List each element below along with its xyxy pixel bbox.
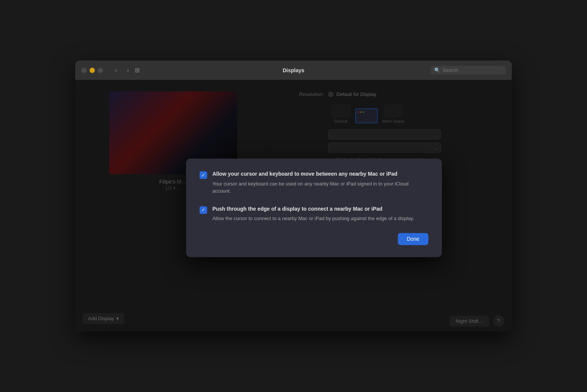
checkmark-icon: ✓ bbox=[201, 173, 205, 178]
traffic-lights bbox=[81, 68, 103, 73]
option1-description: Your cursor and keyboard can be used on … bbox=[212, 180, 428, 195]
option2-checkbox-checked: ✓ bbox=[199, 206, 207, 214]
window-title: Displays bbox=[283, 67, 304, 73]
modal-footer: Done bbox=[199, 233, 428, 245]
modal-option-1: ✓ Allow your cursor and keyboard to move… bbox=[199, 170, 428, 195]
option1-checkbox[interactable]: ✓ bbox=[199, 171, 207, 179]
close-button[interactable] bbox=[81, 68, 87, 73]
checkmark-icon-2: ✓ bbox=[201, 207, 205, 212]
option2-content: Push through the edge of a display to co… bbox=[212, 205, 428, 222]
nav-buttons: ‹ › bbox=[111, 65, 133, 76]
forward-button[interactable]: › bbox=[123, 65, 133, 76]
option2-checkbox[interactable]: ✓ bbox=[199, 206, 207, 214]
option1-title: Allow your cursor and keyboard to move b… bbox=[212, 170, 428, 178]
displays-window: ‹ › ⊞ Displays 🔍 Filipe's M… LG 4… Add D… bbox=[75, 61, 512, 331]
minimize-button[interactable] bbox=[90, 68, 95, 73]
main-content: Filipe's M… LG 4… Add Display ▾ Resoluti… bbox=[75, 80, 512, 331]
option1-checkbox-checked: ✓ bbox=[199, 171, 207, 179]
search-input[interactable] bbox=[443, 67, 502, 73]
done-button[interactable]: Done bbox=[398, 233, 428, 245]
back-button[interactable]: ‹ bbox=[111, 65, 121, 76]
option2-title: Push through the edge of a display to co… bbox=[212, 205, 428, 213]
option2-description: Allow the cursor to connect to a nearby … bbox=[212, 215, 428, 223]
modal-dialog: ✓ Allow your cursor and keyboard to move… bbox=[186, 158, 442, 257]
search-bar[interactable]: 🔍 bbox=[430, 66, 506, 74]
modal-option-2: ✓ Push through the edge of a display to … bbox=[199, 205, 428, 222]
maximize-button[interactable] bbox=[98, 68, 103, 73]
titlebar: ‹ › ⊞ Displays 🔍 bbox=[75, 61, 512, 80]
option1-content: Allow your cursor and keyboard to move b… bbox=[212, 170, 428, 195]
search-icon: 🔍 bbox=[434, 67, 440, 73]
grid-icon: ⊞ bbox=[135, 67, 140, 74]
